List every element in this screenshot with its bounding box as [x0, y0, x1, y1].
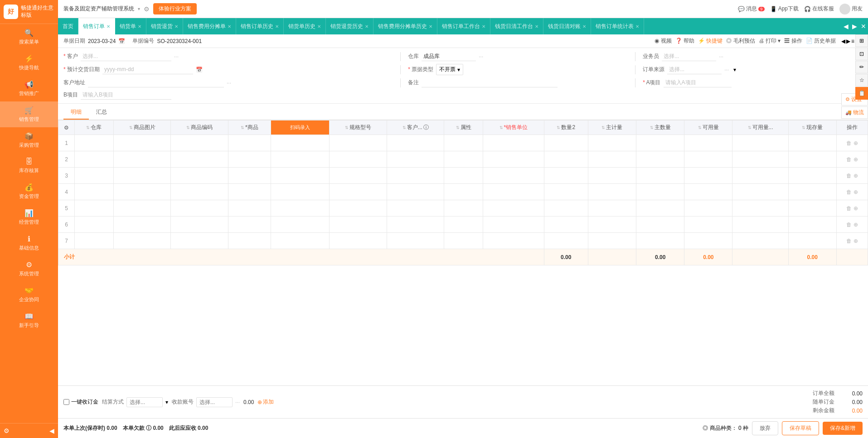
- row-4-customer[interactable]: [387, 184, 444, 200]
- avail-sort[interactable]: ⇅: [698, 125, 702, 130]
- row-3-img[interactable]: [113, 168, 170, 184]
- main-qty-sort[interactable]: ⇅: [650, 125, 654, 130]
- row-3-available[interactable]: [684, 168, 732, 184]
- payment-dropdown[interactable]: ▾: [165, 399, 168, 405]
- row-1-warehouse[interactable]: [75, 135, 114, 151]
- row-6-img[interactable]: [113, 217, 170, 233]
- row-4-warehouse[interactable]: [75, 184, 114, 200]
- row-3-product[interactable]: [228, 168, 271, 184]
- tab-more-button[interactable]: ✕: [859, 23, 868, 30]
- invoice-type-select[interactable]: 不开票 ▾: [436, 64, 463, 75]
- row-7-qty2[interactable]: [544, 233, 588, 249]
- sidebar-item-search[interactable]: 🔍 搜索菜单: [0, 24, 58, 50]
- row-6-copy[interactable]: ⊕: [853, 221, 858, 228]
- row-7-stock[interactable]: [788, 233, 836, 249]
- detail-tab-mingxi[interactable]: 明细: [63, 106, 89, 120]
- img-sort[interactable]: ⇅: [129, 125, 133, 130]
- tab-prev-button[interactable]: ◀: [842, 23, 850, 30]
- spec-sort[interactable]: ⇅: [345, 125, 349, 130]
- tab-sales-stats[interactable]: 销售订单统计表 ✕: [591, 18, 644, 34]
- right-icon-3[interactable]: ✏: [855, 61, 868, 73]
- row-7-available2[interactable]: [732, 233, 788, 249]
- calendar-icon[interactable]: 📅: [118, 38, 125, 44]
- address-input[interactable]: [88, 78, 224, 87]
- order-source-input[interactable]: [667, 65, 722, 74]
- sidebar-item-operations[interactable]: 📊 经营管理: [0, 204, 58, 230]
- main-unit-sort[interactable]: ⇅: [601, 125, 605, 130]
- tab-cash-goods-reconcile[interactable]: 钱货日清对账 ✕: [543, 18, 591, 34]
- order-source-dropdown[interactable]: ▾: [733, 67, 736, 73]
- row-2-available[interactable]: [684, 151, 732, 168]
- row-1-main-unit[interactable]: [588, 135, 636, 151]
- row-6-stock[interactable]: [788, 217, 836, 233]
- row-2-spec[interactable]: [330, 151, 387, 168]
- shortcut-link[interactable]: ⚡ 快捷键: [698, 37, 723, 45]
- row-1-product[interactable]: [228, 135, 271, 151]
- one-click-order-checkbox[interactable]: [63, 399, 69, 405]
- stock-sort[interactable]: ⇅: [802, 125, 805, 130]
- row-5-warehouse[interactable]: [75, 200, 114, 217]
- tab-sales-order-history-close[interactable]: ✕: [275, 24, 279, 29]
- sidebar-item-quick-nav[interactable]: ⚡ 快捷导航: [0, 50, 58, 76]
- row-6-unit[interactable]: [483, 217, 544, 233]
- row-2-customer[interactable]: [387, 151, 444, 168]
- row-3-spec[interactable]: [330, 168, 387, 184]
- warehouse-input[interactable]: [422, 52, 476, 61]
- nav-next-icon[interactable]: ▶: [846, 38, 850, 44]
- row-6-available2[interactable]: [732, 217, 788, 233]
- tab-sales-order[interactable]: 销售订单 ✕: [78, 18, 115, 34]
- add-payment-button[interactable]: ⊕ 添加: [257, 398, 274, 406]
- row-3-code[interactable]: [171, 168, 228, 184]
- row-3-qty2[interactable]: [544, 168, 588, 184]
- row-6-customer[interactable]: [387, 217, 444, 233]
- row-4-stock[interactable]: [788, 184, 836, 200]
- sidebar-item-enterprise[interactable]: 🤝 企业协同: [0, 282, 58, 308]
- row-4-code[interactable]: [171, 184, 228, 200]
- delivery-calendar-icon[interactable]: 📅: [196, 67, 203, 73]
- row-5-copy[interactable]: ⊕: [853, 205, 858, 212]
- row-6-delete[interactable]: 🗑: [846, 221, 852, 228]
- row-4-unit[interactable]: [483, 184, 544, 200]
- row-7-img[interactable]: [113, 233, 170, 249]
- tab-sales-order-history[interactable]: 销售订单历史 ✕: [236, 18, 284, 34]
- order-source-dots[interactable]: ···: [724, 67, 729, 73]
- row-3-main-qty[interactable]: [636, 168, 684, 184]
- row-1-img[interactable]: [113, 135, 170, 151]
- tab-sales-slip-close[interactable]: ✕: [138, 24, 141, 29]
- list-view-icon[interactable]: ≡: [851, 38, 854, 44]
- right-icon-1[interactable]: ⊞: [855, 34, 868, 47]
- number-value[interactable]: SO-20230324-001: [157, 38, 202, 44]
- code-sort[interactable]: ⇅: [186, 125, 190, 130]
- row-4-spec[interactable]: [330, 184, 387, 200]
- row-2-delete[interactable]: 🗑: [846, 156, 852, 163]
- save-new-button[interactable]: 保存&新增: [823, 422, 863, 435]
- row-6-main-unit[interactable]: [588, 217, 636, 233]
- row-7-scan[interactable]: [271, 233, 330, 249]
- tab-next-button[interactable]: ▶: [850, 23, 859, 30]
- app-download-item[interactable]: 📱 App下载: [770, 5, 799, 13]
- tab-expense-history[interactable]: 销售费用分摊单历史 ✕: [373, 18, 437, 34]
- row-3-customer[interactable]: [387, 168, 444, 184]
- settings-bottom-icon[interactable]: ⚙: [4, 427, 10, 434]
- tab-return-history[interactable]: 销货退货历史 ✕: [326, 18, 373, 34]
- row-6-main-qty[interactable]: [636, 217, 684, 233]
- tab-home[interactable]: 首页: [58, 18, 78, 34]
- row-7-code[interactable]: [171, 233, 228, 249]
- row-5-stock[interactable]: [788, 200, 836, 217]
- row-3-scan[interactable]: [271, 168, 330, 184]
- row-7-available[interactable]: [684, 233, 732, 249]
- row-2-main-qty[interactable]: [636, 151, 684, 168]
- warehouse-sort[interactable]: ⇅: [86, 125, 90, 130]
- row-6-warehouse[interactable]: [75, 217, 114, 233]
- sidebar-item-finance[interactable]: 💰 资金管理: [0, 178, 58, 204]
- profit-link[interactable]: ◎ 毛利预估: [726, 37, 755, 45]
- remarks-input[interactable]: [422, 78, 558, 87]
- row-1-code[interactable]: [171, 135, 228, 151]
- warehouse-dots[interactable]: ···: [479, 53, 483, 60]
- tab-expense-history-close[interactable]: ✕: [429, 24, 432, 29]
- row-4-main-unit[interactable]: [588, 184, 636, 200]
- help-link[interactable]: ❓ 帮助: [675, 37, 694, 45]
- tab-cash-goods-workbench-close[interactable]: ✕: [535, 24, 538, 29]
- row-7-spec[interactable]: [330, 233, 387, 249]
- right-icon-5[interactable]: 📋: [855, 87, 868, 100]
